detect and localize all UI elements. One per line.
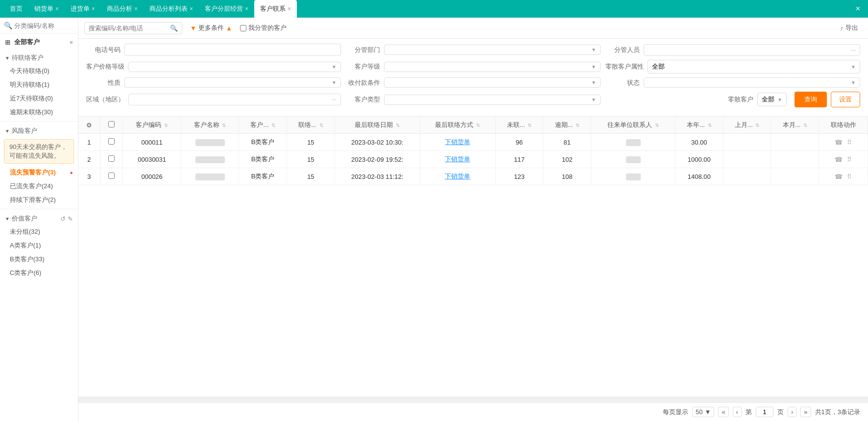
nav-close-customer-tier[interactable]: × (245, 5, 248, 12)
col-this-year[interactable]: 本年... ⇅ (675, 117, 723, 134)
more-filter-button[interactable]: ▼ 更多条件 ▲ (186, 22, 236, 34)
filter-manager-select[interactable]: ··· (644, 44, 860, 56)
search-box[interactable]: 🔍 (84, 22, 182, 34)
cell-last-method[interactable]: 下销货单 (420, 168, 495, 185)
page-size-selector[interactable]: 50 ▼ (692, 407, 714, 417)
col-settings[interactable]: ⚙ (78, 117, 100, 134)
prev-page-button[interactable]: ‹ (733, 407, 742, 417)
nav-product-analysis-list[interactable]: 商品分析列表 × (144, 0, 199, 18)
cell-type: B类客户 (239, 151, 287, 168)
nav-close-sales-order[interactable]: × (55, 5, 59, 12)
action-contact-icon[interactable]: ☎ (835, 156, 843, 163)
my-customer-filter[interactable]: 我分管的客户 (240, 24, 287, 32)
cell-last-method[interactable]: 下销货单 (420, 151, 495, 168)
select-all-checkbox[interactable] (108, 121, 115, 127)
sidebar-group-value[interactable]: ▼ 价值客户 ↺ ✎ (0, 211, 78, 225)
sidebar-item-tomorrow[interactable]: 明天待联络(1) (0, 78, 78, 92)
nav-close-product-analysis-list[interactable]: × (190, 5, 193, 12)
page-number-input[interactable] (756, 407, 773, 417)
sidebar-item-today[interactable]: 今天待联络(0) (0, 64, 78, 78)
col-last-month[interactable]: 上月... ⇅ (723, 117, 771, 134)
col-contact[interactable]: 联络... ⇅ (287, 117, 335, 134)
nav-close-product-analysis[interactable]: × (134, 5, 138, 12)
first-page-button[interactable]: « (718, 407, 728, 417)
row-checkbox[interactable] (108, 138, 115, 145)
sidebar-item-loss-warning[interactable]: 流失预警客户(3) ● (0, 166, 78, 179)
table-settings-icon[interactable]: ⚙ (86, 122, 92, 129)
action-more-icon[interactable]: ⠿ (847, 156, 852, 163)
sidebar-collapse-button[interactable]: « (70, 39, 73, 46)
filter-customer-type-select[interactable]: ▼ (384, 95, 601, 105)
action-more-icon[interactable]: ⠿ (847, 139, 852, 146)
col-code[interactable]: 客户编码 ⇅ (123, 117, 181, 134)
search-submit-icon[interactable]: 🔍 (170, 25, 178, 32)
filter-zero-customer-select[interactable]: 全部 ▼ (757, 93, 787, 106)
filter-payment-select[interactable]: ▼ (384, 77, 601, 88)
sidebar-item-7days[interactable]: 近7天待联络(0) (0, 92, 78, 105)
action-contact-icon[interactable]: ☎ (835, 139, 843, 146)
filter-region-select[interactable]: ··· (128, 94, 341, 105)
table-header-row: ⚙ 客户编码 ⇅ 客户名称 ⇅ (78, 117, 868, 134)
col-contact-person[interactable]: 往来单位联系人 ⇅ (591, 117, 675, 134)
cell-checkbox[interactable] (100, 151, 122, 168)
window-close-button[interactable]: × (852, 4, 864, 13)
cell-last-method[interactable]: 下销货单 (420, 134, 495, 151)
query-button[interactable]: 查询 (795, 92, 827, 107)
last-method-link[interactable]: 下销货单 (445, 155, 470, 163)
sidebar-item-class-b[interactable]: B类客户(33) (0, 252, 78, 266)
cell-name (181, 151, 239, 168)
export-button[interactable]: ↑ 导出 (837, 22, 863, 34)
sidebar-item-ungrouped[interactable]: 未分组(32) (0, 225, 78, 239)
col-last-date[interactable]: 最后联络日期 ⇅ (335, 117, 420, 134)
col-last-method[interactable]: 最后联络方式 ⇅ (420, 117, 495, 134)
row-checkbox[interactable] (108, 155, 115, 162)
filter-status-select[interactable]: ▼ (644, 77, 860, 88)
nav-purchase-order[interactable]: 进货单 × (65, 0, 101, 18)
sidebar-item-lost[interactable]: 已流失客户(24) (0, 179, 78, 193)
nav-close-purchase-order[interactable]: × (92, 5, 95, 12)
nav-product-analysis[interactable]: 商品分析 × (101, 0, 144, 18)
filter-phone-input[interactable] (124, 44, 341, 56)
nav-close-customer-contact[interactable]: × (288, 5, 291, 12)
my-customer-checkbox[interactable] (240, 25, 246, 31)
sidebar-item-class-c[interactable]: C类客户(6) (0, 266, 78, 280)
action-contact-icon[interactable]: ☎ (835, 173, 843, 180)
sidebar-item-class-a[interactable]: A类客户(1) (0, 239, 78, 252)
nav-sales-order[interactable]: 销货单 × (28, 0, 65, 18)
filter-price-tier-select[interactable]: ▼ (128, 62, 341, 72)
col-overdue[interactable]: 逾期... ⇅ (543, 117, 591, 134)
search-input[interactable] (89, 25, 168, 32)
cell-index: 3 (78, 168, 100, 185)
last-page-button[interactable]: » (800, 407, 811, 417)
filter-zero-attr-select[interactable]: 全部 ▼ (648, 60, 860, 74)
cell-overdue: 102 (543, 151, 591, 168)
edit-icon[interactable]: ✎ (68, 215, 73, 223)
settings-button[interactable]: 设置 (831, 92, 860, 107)
cell-checkbox[interactable] (100, 134, 122, 151)
sidebar-group-risk[interactable]: ▼ 风险客户 (0, 124, 78, 137)
col-type[interactable]: 客户... ⇅ (239, 117, 287, 134)
filter-dept: 分管部门 ▼ (346, 44, 601, 56)
sidebar-group-pending[interactable]: ▼ 待联络客户 (0, 50, 78, 64)
nav-customer-tier[interactable]: 客户分层经营 × (199, 0, 254, 18)
filter-customer-tier-select[interactable]: ▼ (384, 62, 601, 72)
row-checkbox[interactable] (108, 173, 115, 179)
col-uncontacted[interactable]: 未联... ⇅ (495, 117, 543, 134)
sidebar-search-input[interactable] (14, 22, 74, 29)
next-page-button[interactable]: › (788, 407, 796, 417)
last-method-link[interactable]: 下销货单 (445, 173, 470, 180)
horizontal-scrollbar[interactable] (78, 396, 868, 402)
filter-nature-select[interactable]: ▼ (124, 77, 341, 88)
last-method-link[interactable]: 下销货单 (445, 138, 470, 146)
col-this-month[interactable]: 本月... ⇅ (771, 117, 819, 134)
nav-customer-contact[interactable]: 客户联系 × (254, 0, 297, 18)
col-name[interactable]: 客户名称 ⇅ (181, 117, 239, 134)
nav-home[interactable]: 首页 (4, 0, 28, 18)
filter-dept-select[interactable]: ▼ (384, 45, 601, 55)
sort-last-method-icon: ⇅ (476, 123, 480, 128)
sidebar-item-declining[interactable]: 持续下滑客户(2) (0, 193, 78, 207)
refresh-icon[interactable]: ↺ (60, 215, 66, 223)
cell-checkbox[interactable] (100, 168, 122, 185)
action-more-icon[interactable]: ⠿ (847, 173, 852, 180)
sidebar-item-overdue[interactable]: 逾期未联络(30) (0, 105, 78, 119)
